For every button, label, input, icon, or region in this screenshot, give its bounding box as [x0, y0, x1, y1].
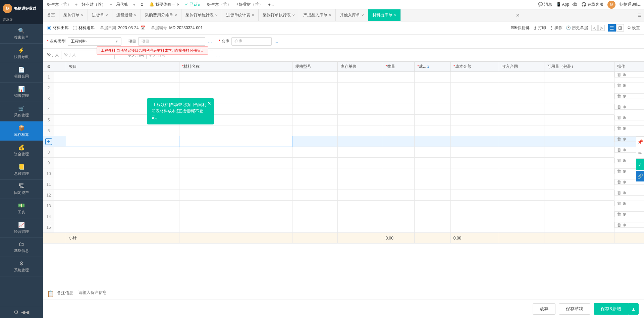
- delete-row-btn[interactable]: 🗑: [617, 158, 621, 163]
- row-material-input[interactable]: [181, 139, 290, 144]
- delete-row-btn[interactable]: 🗑: [617, 83, 621, 88]
- tooltip-close-btn[interactable]: ✕: [207, 100, 211, 107]
- view-grid-icon[interactable]: ⊞: [616, 24, 624, 32]
- copy-row-btn[interactable]: ⊕: [623, 179, 626, 184]
- sidebar-item-finance[interactable]: 💰 资金管理: [0, 141, 43, 160]
- discard-button[interactable]: 放弃: [533, 303, 555, 315]
- bill-no-value[interactable]: MD-20230324-001: [169, 25, 203, 30]
- radio-material-return[interactable]: 材料退库: [73, 25, 95, 31]
- project-lookup-icon[interactable]: …: [208, 39, 212, 44]
- tab-close-other-storage[interactable]: ✕: [361, 13, 364, 17]
- topbar-haoyecai[interactable]: 好业财（菅）: [80, 2, 107, 7]
- delete-row-btn[interactable]: 🗑: [617, 104, 621, 109]
- topbar-haoyecai2[interactable]: +好业财（菅）: [235, 2, 264, 7]
- sidebar-item-project-contract[interactable]: 📄 项目合同: [0, 63, 43, 83]
- tab-purchase-stat[interactable]: 采购订单统计表✕: [181, 9, 222, 21]
- tab-close-material-out[interactable]: ✕: [394, 13, 396, 17]
- right-float-link[interactable]: 🔗: [636, 171, 644, 181]
- print-btn[interactable]: 🖨 打印: [533, 25, 546, 31]
- sidebar-item-operations[interactable]: 📈 经营管理: [0, 218, 43, 238]
- quick-key-btn[interactable]: ⌨ 快捷键: [511, 25, 530, 31]
- notes-input[interactable]: [78, 290, 640, 295]
- user-name[interactable]: 畅捷通8账...: [620, 2, 641, 7]
- income-contract-lookup-icon[interactable]: …: [216, 53, 220, 57]
- delete-row-btn[interactable]: 🗑: [617, 190, 621, 195]
- tab-close-product-storage[interactable]: ✕: [329, 13, 331, 17]
- tab-incoming-stat[interactable]: 进货单统计表✕: [222, 9, 259, 21]
- copy-row-btn[interactable]: ⊕: [623, 72, 626, 77]
- copy-row-btn[interactable]: ⊕: [623, 222, 626, 227]
- delete-row-btn[interactable]: 🗑: [617, 201, 621, 206]
- topbar-online-service[interactable]: 🎧 在线客服: [581, 2, 603, 7]
- delete-row-btn[interactable]: 🗑: [617, 179, 621, 184]
- copy-row-btn[interactable]: ⊕: [623, 147, 626, 152]
- calendar-icon[interactable]: 📅: [141, 25, 146, 30]
- save-draft-button[interactable]: 保存草稿: [559, 303, 590, 315]
- tab-close-purchase-stat[interactable]: ✕: [215, 13, 218, 17]
- delete-row-btn[interactable]: 🗑: [617, 94, 621, 99]
- tab-more[interactable]: ☰: [635, 9, 644, 21]
- tab-purchase-order[interactable]: 采购订单✕: [59, 9, 88, 21]
- copy-row-btn[interactable]: ⊕: [623, 104, 626, 109]
- tab-product-storage[interactable]: 产成品入库单✕: [299, 9, 336, 21]
- nav-prev[interactable]: ◁: [591, 25, 598, 31]
- tab-incoming[interactable]: 进货单✕: [88, 9, 112, 21]
- cost-info-icon[interactable]: ℹ: [427, 64, 429, 69]
- delete-row-btn[interactable]: 🗑: [617, 126, 621, 131]
- date-value[interactable]: 2023-03-24: [118, 25, 139, 30]
- copy-row-btn[interactable]: ⊕: [623, 137, 626, 142]
- topbar-dropdown-icon[interactable]: ▼: [132, 2, 136, 7]
- copy-row-btn[interactable]: ⊕: [623, 126, 626, 131]
- warehouse-lookup-icon[interactable]: …: [274, 39, 278, 44]
- tab-close-incoming[interactable]: ✕: [105, 13, 108, 17]
- topbar-yidaizhang[interactable]: 易代账: [115, 2, 129, 7]
- tab-close-incoming-return[interactable]: ✕: [134, 13, 137, 17]
- delete-row-btn[interactable]: 🗑: [617, 115, 621, 120]
- history-btn[interactable]: 🕐 历史单据: [566, 25, 588, 31]
- tab-incoming-return[interactable]: 进货退货✕: [112, 9, 141, 21]
- sidebar-item-search[interactable]: 🔍 搜索菜单: [0, 24, 43, 44]
- business-type-input[interactable]: 工程领料 ▼: [68, 37, 121, 46]
- copy-row-btn[interactable]: ⊕: [623, 158, 626, 163]
- right-float-check[interactable]: ✓: [636, 159, 644, 170]
- sidebar-item-payroll[interactable]: 💵 工资: [0, 199, 43, 218]
- col-settings[interactable]: ⚙: [43, 62, 54, 72]
- topbar-experience[interactable]: 🔔 我要体验一下: [148, 2, 181, 7]
- topbar-message[interactable]: 💬 消息: [538, 2, 552, 7]
- copy-row-btn[interactable]: ⊕: [623, 169, 626, 174]
- sidebar-item-system[interactable]: ⚙ 系统管理: [0, 257, 43, 276]
- topbar-haoshengyi[interactable]: 好生意（菅）: [46, 2, 72, 7]
- delete-row-btn[interactable]: 🗑: [617, 222, 621, 227]
- topbar-haoshengyi2[interactable]: 好生意（菅）: [206, 2, 232, 7]
- sidebar-collapse-icon[interactable]: ◀◀: [21, 309, 29, 315]
- project-input[interactable]: 项目: [138, 37, 205, 46]
- copy-row-btn[interactable]: ⊕: [623, 190, 626, 195]
- delete-row-btn[interactable]: 🗑: [617, 169, 621, 174]
- radio-material-out[interactable]: 材料出库: [47, 25, 69, 31]
- row-project-input[interactable]: [68, 139, 177, 144]
- sidebar-item-purchase[interactable]: 🛒 采购管理: [0, 102, 43, 121]
- warehouse-input[interactable]: 仓库: [231, 37, 272, 46]
- sidebar-item-fixed-assets[interactable]: 🏗 固定资产: [0, 180, 43, 199]
- copy-row-btn[interactable]: ⊕: [623, 94, 626, 99]
- sidebar-settings-icon[interactable]: ⚙: [14, 309, 18, 315]
- copy-row-btn[interactable]: ⊕: [623, 115, 626, 120]
- topbar-app-download[interactable]: 📱 App下载: [556, 2, 577, 7]
- tab-purchase-cost[interactable]: 采购费用分摊单✕: [141, 9, 181, 21]
- right-float-edit[interactable]: ✏: [636, 148, 644, 159]
- delete-row-btn[interactable]: 🗑: [617, 72, 621, 77]
- copy-row-btn[interactable]: ⊕: [623, 201, 626, 206]
- delete-row-btn[interactable]: 🗑: [617, 147, 621, 152]
- right-float-pin[interactable]: 📌: [636, 137, 644, 147]
- tab-close-all[interactable]: ✕: [513, 9, 523, 21]
- topbar-more[interactable]: +...: [267, 2, 275, 7]
- sidebar-item-ledger[interactable]: 📒 总账管理: [0, 160, 43, 180]
- operation-btn[interactable]: ⋮ 操作: [549, 25, 562, 31]
- tab-home[interactable]: 首页: [43, 9, 59, 21]
- sidebar-item-basic-info[interactable]: 🗂 基础信息: [0, 238, 43, 257]
- add-row-btn[interactable]: +: [45, 138, 52, 145]
- sidebar-item-quick-nav[interactable]: ⚡ 快捷导航: [0, 44, 43, 63]
- tab-other-storage[interactable]: 其他入库单✕: [336, 9, 368, 21]
- nav-next[interactable]: ▷: [598, 25, 605, 31]
- sidebar-item-inventory[interactable]: 📦 库存核算: [0, 121, 43, 141]
